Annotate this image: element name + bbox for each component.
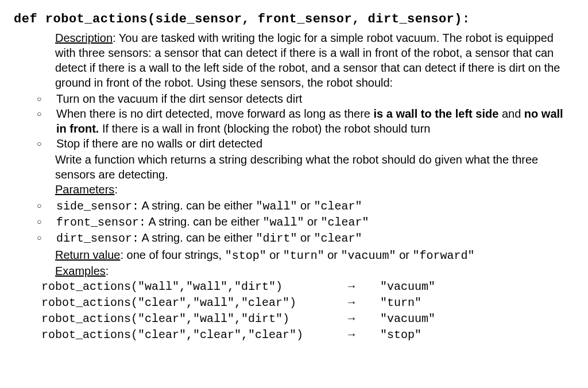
example-result: "stop": [380, 328, 421, 343]
arrow-icon: →: [346, 278, 380, 293]
description-text: : You are tasked with writing the logic …: [55, 32, 560, 89]
rule-item: Stop if there are no walls or dirt detec…: [37, 136, 574, 151]
rule-text: Turn on the vacuum if the dirt sensor de…: [56, 92, 302, 105]
rule-text-bold: is a wall to the left side: [374, 107, 499, 120]
param-text: A string. can be either: [139, 231, 256, 244]
param-value: "wall": [263, 216, 304, 229]
parameters-heading: Parameters:: [55, 182, 568, 197]
rule-text: and: [498, 107, 524, 120]
return-or: or: [396, 249, 413, 261]
function-signature: def robot_actions(side_sensor, front_sen…: [14, 11, 574, 28]
description-label: Description: [55, 32, 113, 44]
example-result: "vacuum": [380, 280, 435, 294]
param-item: front_sensor: A string. can be either "w…: [37, 214, 574, 230]
return-value-line: Return value: one of four strings, "stop…: [55, 247, 568, 263]
rules-list: Turn on the vacuum if the dirt sensor de…: [14, 91, 574, 151]
return-or: or: [324, 249, 341, 261]
examples-heading: Examples:: [55, 263, 568, 278]
param-text: A string. can be either: [139, 199, 256, 212]
param-value: "dirt": [256, 232, 297, 245]
param-text: A string. can be either: [146, 215, 262, 228]
param-name: front_sensor:: [56, 216, 146, 229]
return-literal: "forward": [413, 249, 475, 262]
param-value: "clear": [320, 216, 369, 229]
param-item: dirt_sensor: A string. can be either "di…: [37, 230, 574, 246]
rule-text: Stop if there are no walls or dirt detec…: [56, 137, 262, 150]
param-or: or: [297, 199, 314, 212]
param-value: "clear": [314, 232, 362, 245]
param-or: or: [297, 231, 314, 244]
example-row: robot_actions("wall","wall","dirt") → "v…: [41, 278, 568, 294]
param-name: dirt_sensor:: [56, 232, 139, 245]
return-literal: "turn": [283, 249, 324, 262]
example-call: robot_actions("wall","wall","dirt"): [41, 280, 346, 294]
arrow-icon: →: [346, 294, 380, 309]
examples-label: Examples: [55, 265, 106, 277]
example-call: robot_actions("clear","wall","clear"): [41, 296, 346, 311]
arrow-icon: →: [346, 327, 380, 342]
param-value: "clear": [314, 200, 362, 213]
rule-text: If there is a wall in front (blocking th…: [99, 122, 430, 135]
parameters-label: Parameters: [55, 183, 114, 196]
param-item: side_sensor: A string. can be either "wa…: [37, 198, 574, 214]
return-literal: "stop": [225, 249, 266, 262]
param-or: or: [304, 215, 321, 228]
rule-item: When there is no dirt detected, move for…: [37, 106, 574, 136]
example-result: "turn": [380, 296, 421, 311]
return-or: or: [266, 249, 283, 261]
example-call: robot_actions("clear","clear","clear"): [41, 328, 346, 343]
example-row: robot_actions("clear","wall","clear") → …: [41, 294, 568, 311]
instruction-text: Write a function which returns a string …: [55, 152, 568, 182]
example-row: robot_actions("clear","clear","clear") →…: [41, 327, 568, 343]
parameters-list: side_sensor: A string. can be either "wa…: [14, 198, 574, 246]
example-result: "vacuum": [380, 312, 435, 327]
rule-item: Turn on the vacuum if the dirt sensor de…: [37, 91, 574, 106]
example-row: robot_actions("clear","wall","dirt") → "…: [41, 311, 568, 327]
examples-block: robot_actions("wall","wall","dirt") → "v…: [41, 278, 568, 343]
return-value-label: Return value: [55, 249, 120, 261]
return-literal: "vacuum": [341, 249, 396, 262]
colon: :: [114, 183, 118, 196]
colon: :: [106, 265, 109, 277]
example-call: robot_actions("clear","wall","dirt"): [41, 312, 346, 327]
description-block: Description: You are tasked with writing…: [55, 30, 568, 90]
page: def robot_actions(side_sensor, front_sen…: [0, 0, 588, 343]
param-name: side_sensor:: [56, 200, 139, 213]
param-value: "wall": [256, 200, 297, 213]
arrow-icon: →: [346, 311, 380, 325]
return-text: : one of four strings,: [120, 249, 225, 261]
rule-text: When there is no dirt detected, move for…: [56, 107, 374, 120]
